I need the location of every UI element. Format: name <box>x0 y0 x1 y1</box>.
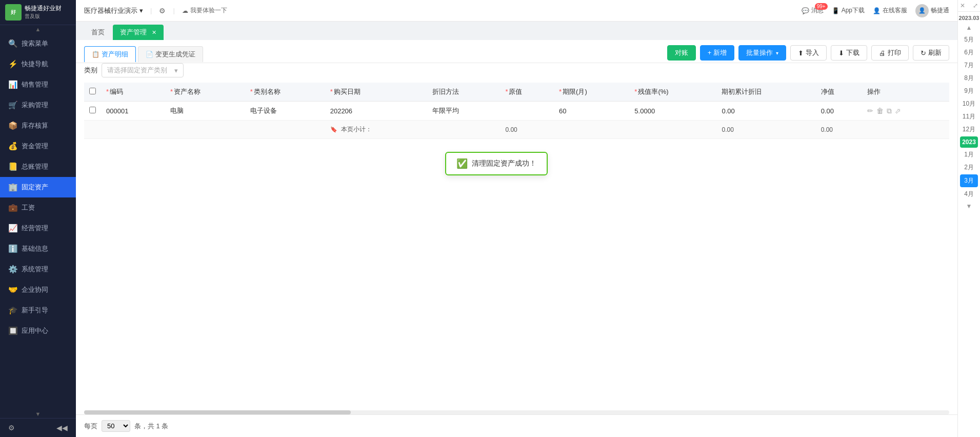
month-12[interactable]: 12月 <box>958 123 980 136</box>
settings-gear-icon[interactable]: ⚙ <box>159 7 166 15</box>
tab-close-icon[interactable]: ✕ <box>152 29 156 35</box>
month-10[interactable]: 10月 <box>958 97 980 110</box>
online-service-btn[interactable]: 👤 在线客服 <box>873 6 907 15</box>
sidebar-item-ledger[interactable]: 📒 总账管理 <box>0 156 76 177</box>
refresh-button[interactable]: ↻ 刷新 <box>913 45 949 61</box>
header-depreciation: 折旧方法 <box>427 83 500 102</box>
print-button[interactable]: 🖨 打印 <box>871 45 909 61</box>
company-dropdown-icon: ▾ <box>139 7 143 14</box>
sidebar-item-assets[interactable]: 🏢 固定资产 <box>0 177 76 197</box>
sidebar-item-system[interactable]: ⚙️ 系统管理 <box>0 259 76 280</box>
header-residual-rate: *残值率(%) <box>629 83 716 102</box>
salary-icon: 💼 <box>8 203 17 212</box>
guide-icon: 🎓 <box>8 306 17 315</box>
batch-ops-button[interactable]: 批量操作 ▾ <box>738 45 786 61</box>
user-name: 畅捷通 <box>931 6 949 15</box>
header-original-value: *原值 <box>500 83 554 102</box>
sidebar-item-operations[interactable]: 📈 经营管理 <box>0 218 76 239</box>
import-button[interactable]: ⬆ 导入 <box>790 45 827 61</box>
year-2023-label[interactable]: 2023 <box>960 136 978 148</box>
panel-expand-icon[interactable]: ⤢ <box>973 2 978 9</box>
download-icon: 📱 <box>832 7 839 14</box>
month-2[interactable]: 2月 <box>958 161 980 174</box>
sidebar-item-inventory[interactable]: 📦 库存核算 <box>0 115 76 136</box>
app-name: 畅捷通好业财 <box>25 5 62 13</box>
month-7[interactable]: 7月 <box>958 59 980 72</box>
month-6[interactable]: 6月 <box>958 46 980 59</box>
collapse-icon[interactable]: ◀◀ <box>56 424 68 432</box>
month-4[interactable]: 4月 <box>958 188 980 201</box>
sidebar-item-funds[interactable]: 💰 资金管理 <box>0 136 76 156</box>
panel-close-icon[interactable]: ✕ <box>960 2 965 9</box>
sidebar-item-sales[interactable]: 📊 销售管理 <box>0 74 76 95</box>
sidebar-item-label: 搜索菜单 <box>22 39 48 48</box>
tab-home[interactable]: 首页 <box>84 25 112 40</box>
header-purchase-date: *购买日期 <box>325 83 428 102</box>
sidebar-item-quicknav[interactable]: ⚡ 快捷导航 <box>0 54 76 74</box>
delete-icon[interactable]: 🗑 <box>876 107 884 115</box>
table-header-row: *编码 *资产名称 *类别名称 *购买日期 折旧方法 *原值 *期限(月) *残… <box>84 83 949 102</box>
month-11[interactable]: 11月 <box>958 110 980 123</box>
row-checkbox[interactable] <box>89 107 96 113</box>
enterprise-icon: 🤝 <box>8 285 17 294</box>
scrollbar-thumb <box>84 410 351 414</box>
success-toast: ✅ 清理固定资产成功！ <box>445 152 548 175</box>
new-button[interactable]: + 新增 <box>700 45 734 61</box>
user-avatar-area[interactable]: 👤 畅捷通 <box>915 4 949 17</box>
per-page-select[interactable]: 50 10 20 100 <box>102 420 130 432</box>
batch-ops-dropdown-icon: ▾ <box>776 50 778 56</box>
sidebar-scroll-up[interactable]: ▲ <box>0 25 76 33</box>
download-button[interactable]: ⬇ 下载 <box>831 45 867 61</box>
sidebar-item-guide[interactable]: 🎓 新手引导 <box>0 300 76 321</box>
reconcile-label: 对账 <box>675 48 688 57</box>
sidebar-item-label: 销售管理 <box>22 80 48 89</box>
month-3-current[interactable]: 3月 <box>960 174 978 187</box>
panel-scroll-up[interactable]: ▲ <box>958 22 980 33</box>
select-all-checkbox[interactable] <box>89 88 96 94</box>
month-1[interactable]: 1月 <box>958 148 980 161</box>
panel-scroll-down[interactable]: ▼ <box>958 201 980 212</box>
sidebar-logo: 好 畅捷通好业财 普及版 <box>0 0 76 25</box>
message-btn[interactable]: 💬 消息 99+ <box>802 6 824 15</box>
edit-icon[interactable]: ✏ <box>867 107 873 115</box>
subtotal-label: 本页小计： <box>341 126 372 133</box>
sidebar-item-label: 固定资产 <box>22 183 48 192</box>
sidebar-item-salary[interactable]: 💼 工资 <box>0 197 76 218</box>
separator2: | <box>173 7 174 14</box>
row-checkbox-cell <box>84 102 101 121</box>
sidebar-item-label: 系统管理 <box>22 265 48 274</box>
month-5[interactable]: 5月 <box>958 33 980 46</box>
sidebar-item-basic[interactable]: ℹ️ 基础信息 <box>0 239 76 259</box>
subtotal-empty2 <box>101 121 165 139</box>
toast-check-icon: ✅ <box>456 158 468 169</box>
sub-tab-asset-detail[interactable]: 📋 资产明细 <box>84 46 136 62</box>
sub-tab-change-voucher[interactable]: 📄 变更生成凭证 <box>138 46 203 62</box>
sub-tab-asset-detail-label: 资产明细 <box>102 50 128 59</box>
header-name: *资产名称 <box>165 83 245 102</box>
month-9[interactable]: 9月 <box>958 85 980 97</box>
reconcile-button[interactable]: 对账 <box>667 45 696 61</box>
more-icon[interactable]: ⬀ <box>895 107 901 115</box>
appstore-icon: 🔲 <box>8 326 17 335</box>
filter-bar: 类别 请选择固定资产类别 ▾ <box>76 63 957 83</box>
experience-label: 我要体验一下 <box>190 6 227 15</box>
sidebar-item-search[interactable]: 🔍 搜索菜单 <box>0 33 76 54</box>
company-selector[interactable]: 医疗器械行业演示 ▾ <box>84 6 143 15</box>
month-8[interactable]: 8月 <box>958 72 980 85</box>
horizontal-scrollbar[interactable] <box>84 410 949 414</box>
copy-icon[interactable]: ⧉ <box>887 107 892 115</box>
tab-assets[interactable]: 资产管理 ✕ <box>113 25 164 40</box>
app-download-btn[interactable]: 📱 App下载 <box>832 6 865 15</box>
sidebar-item-appstore[interactable]: 🔲 应用中心 <box>0 321 76 341</box>
settings-icon[interactable]: ⚙ <box>8 424 15 432</box>
category-filter[interactable]: 请选择固定资产类别 ▾ <box>102 63 184 77</box>
experience-btn[interactable]: ☁ 我要体验一下 <box>182 6 227 15</box>
tab-assets-label: 资产管理 <box>120 28 147 36</box>
sidebar-scroll-down[interactable]: ▼ <box>0 410 76 418</box>
row-accumulated: 0.00 <box>716 102 815 121</box>
right-panel-content: 2023.03 ▲ 5月 6月 7月 8月 9月 10月 11月 12月 202… <box>958 12 980 437</box>
purchase-icon: 🛒 <box>8 101 17 110</box>
search-icon: 🔍 <box>8 39 17 48</box>
sidebar-item-enterprise[interactable]: 🤝 企业协同 <box>0 280 76 300</box>
sidebar-item-purchase[interactable]: 🛒 采购管理 <box>0 95 76 115</box>
